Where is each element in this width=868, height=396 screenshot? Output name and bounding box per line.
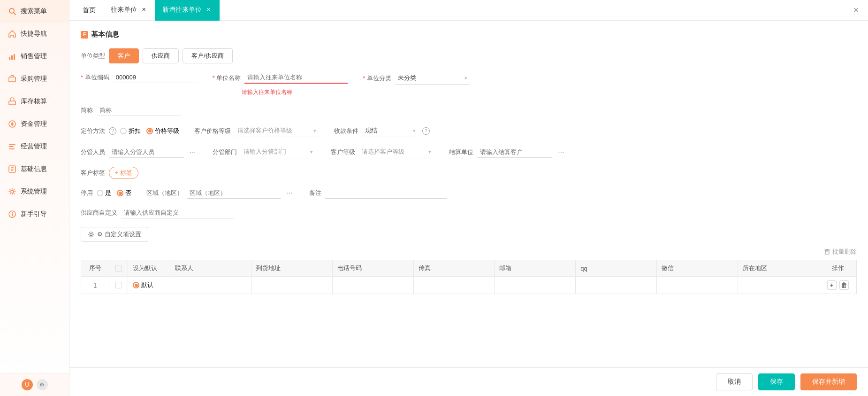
settlement-unit-input[interactable] (477, 147, 552, 158)
batch-delete-btn[interactable]: 批量删除 (81, 248, 857, 256)
sidebar-item-basic-info[interactable]: 基础信息 (0, 158, 69, 180)
svg-rect-19 (825, 250, 829, 254)
unit-category-field: 单位分类 未分类 ▾ (363, 72, 470, 85)
save-and-add-button[interactable]: 保存并新增 (800, 373, 857, 390)
tab-bar-close-all[interactable]: ✕ (849, 4, 862, 17)
settlement-unit-dots-btn[interactable]: ··· (556, 148, 566, 156)
manager-input[interactable] (109, 147, 184, 158)
pricing-level-option[interactable]: 价格等级 (146, 127, 179, 135)
inventory-icon (8, 97, 17, 106)
row-checkbox[interactable] (115, 282, 122, 288)
col-default-header: 设为默认 (128, 260, 170, 277)
short-name-input[interactable] (97, 105, 181, 116)
row-email-input[interactable] (499, 282, 571, 289)
svg-rect-9 (9, 146, 14, 147)
tab-counterparty[interactable]: 往来单位 ✕ (103, 0, 155, 21)
pricing-help-icon[interactable]: ? (109, 127, 116, 135)
row-email-cell[interactable] (495, 277, 576, 294)
svg-rect-6 (9, 101, 15, 105)
unit-category-select[interactable]: 未分类 ▾ (395, 72, 470, 85)
unit-type-supplier-btn[interactable]: 供应商 (143, 48, 179, 63)
payment-terms-select[interactable]: 现结 ▾ (362, 124, 419, 137)
disabled-yes-option[interactable]: 是 (97, 189, 111, 197)
area-dots-btn[interactable]: ··· (284, 189, 294, 197)
sidebar-item-finance[interactable]: 资金管理 (0, 113, 69, 135)
manager-dots-btn[interactable]: ··· (188, 148, 198, 156)
customer-price-level-select[interactable]: 请选择客户价格等级 ▾ (235, 124, 319, 137)
row-wechat-cell[interactable] (657, 277, 738, 294)
row-qq-cell[interactable] (576, 277, 657, 294)
sidebar-item-quick-nav-label: 快捷导航 (21, 30, 47, 38)
tab-counterparty-close[interactable]: ✕ (140, 6, 147, 14)
sidebar-settings-icon[interactable]: ⚙ (37, 379, 48, 390)
unit-type-both-btn[interactable]: 客户/供应商 (183, 48, 233, 63)
row-fax-input[interactable] (419, 282, 490, 289)
row-phone-input[interactable] (337, 282, 409, 289)
settlement-unit-label: 结算单位 (449, 148, 473, 156)
row-phone-cell[interactable] (332, 277, 413, 294)
area-label: 区域（地区） (146, 189, 183, 197)
tab-bar: 首页 往来单位 ✕ 新增往来单位 ✕ ✕ (69, 0, 868, 21)
table-body: 1 默认 (81, 277, 857, 294)
row-fax-cell[interactable] (413, 277, 495, 294)
disabled-no-option[interactable]: 否 (117, 189, 131, 197)
department-select[interactable]: 请输入分管部门 ▾ (241, 146, 316, 158)
disabled-field: 停用 是 否 (81, 189, 131, 197)
row-qq-input[interactable] (580, 282, 652, 289)
select-all-checkbox[interactable] (115, 265, 122, 272)
sidebar-item-operations[interactable]: 经营管理 (0, 135, 69, 158)
tab-new-counterparty[interactable]: 新增往来单位 ✕ (155, 0, 220, 21)
payment-terms-help-icon[interactable]: ? (422, 127, 430, 135)
sidebar-user-icon[interactable]: U (22, 379, 33, 390)
pricing-discount-option[interactable]: 折扣 (120, 127, 141, 135)
finance-icon (8, 119, 17, 129)
col-email-header: 邮箱 (495, 260, 576, 277)
sidebar-item-basic-info-label: 基础信息 (21, 165, 47, 173)
pricing-level-radio (146, 128, 153, 134)
customer-level-placeholder: 请选择客户等级 (362, 148, 404, 156)
row-default-radio-item[interactable]: 默认 (133, 281, 165, 289)
sidebar-bottom: U ⚙ (0, 373, 69, 396)
row-add-btn[interactable]: + (827, 280, 837, 290)
supplier-custom-input[interactable] (121, 207, 234, 218)
department-field: 分管部门 请输入分管部门 ▾ (213, 146, 316, 158)
manager-row: 分管人员 ··· 分管部门 请输入分管部门 ▾ 客户等级 请选择客户等级 ▾ 结… (81, 146, 857, 158)
payment-terms-label: 收款条件 (334, 127, 358, 135)
row-default-radio (133, 282, 139, 288)
tab-new-counterparty-close[interactable]: ✕ (205, 6, 212, 14)
sidebar-item-purchase[interactable]: 采购管理 (0, 68, 69, 90)
customer-level-select[interactable]: 请选择客户等级 ▾ (359, 146, 434, 158)
row-delete-btn[interactable]: 🗑 (839, 280, 849, 290)
row-address-input[interactable] (256, 282, 327, 289)
remark-input[interactable] (325, 187, 447, 199)
disabled-no-label: 否 (125, 189, 131, 197)
sidebar-item-system[interactable]: 系统管理 (0, 180, 69, 203)
row-wechat-input[interactable] (662, 282, 733, 289)
col-qq-header: qq (576, 260, 657, 277)
search-icon (8, 7, 17, 16)
unit-name-input[interactable] (244, 72, 348, 84)
sidebar-item-search[interactable]: 搜索菜单 (0, 0, 69, 23)
row-contact-input[interactable] (175, 282, 246, 289)
unit-code-field: 单位编码 (81, 72, 198, 83)
tab-home[interactable]: 首页 (75, 0, 103, 21)
cancel-button[interactable]: 取消 (716, 373, 753, 390)
unit-type-customer-btn[interactable]: 客户 (109, 48, 139, 63)
row-region-cell[interactable] (738, 277, 819, 294)
svg-point-15 (11, 190, 14, 193)
sidebar-item-quick-nav[interactable]: 快捷导航 (0, 23, 69, 45)
unit-code-input[interactable] (113, 72, 198, 83)
sidebar-item-inventory[interactable]: 库存核算 (0, 90, 69, 113)
section-icon: F (81, 31, 88, 39)
short-name-field: 简称 (81, 105, 181, 116)
row-address-cell[interactable] (251, 277, 332, 294)
row-region-input[interactable] (743, 282, 814, 289)
row-contact-cell[interactable] (170, 277, 251, 294)
save-button[interactable]: 保存 (758, 373, 795, 390)
sidebar-item-guide[interactable]: 新手引导 (0, 203, 69, 225)
col-ops-header: 操作 (819, 260, 857, 277)
add-tag-btn[interactable]: + 标签 (109, 167, 138, 179)
sidebar-item-sales[interactable]: 销售管理 (0, 45, 69, 68)
area-input[interactable] (187, 187, 281, 199)
custom-settings-btn[interactable]: ⚙ 自定义项设置 (81, 227, 148, 242)
